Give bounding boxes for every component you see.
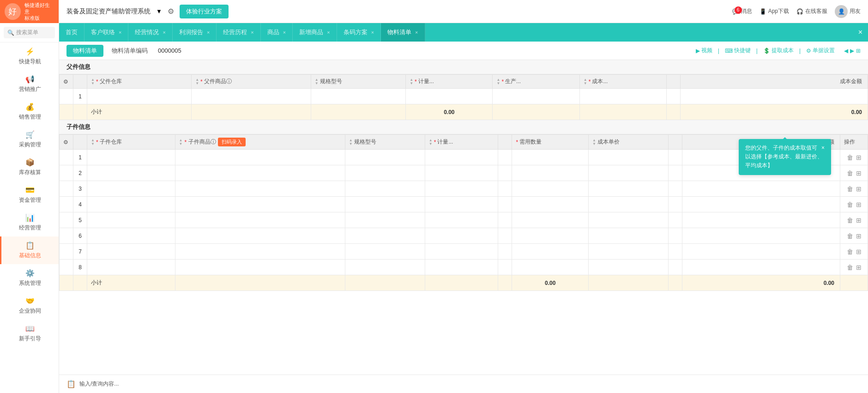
child-row-1-copy-icon[interactable]: ⊞	[856, 154, 862, 161]
child-row-7-product[interactable]	[175, 244, 345, 260]
child-row-1-unit-cost[interactable]	[589, 150, 669, 165]
parent-row-1-cost[interactable]	[579, 89, 666, 104]
child-row-2-warehouse[interactable]	[87, 165, 175, 181]
child-row-4-warehouse[interactable]	[87, 197, 175, 212]
child-row-6-unit[interactable]	[425, 228, 498, 244]
child-row-5-spec[interactable]	[345, 212, 425, 228]
child-row-6-spec[interactable]	[345, 228, 425, 244]
child-row-1-product[interactable]	[175, 150, 345, 165]
tab-close-customers[interactable]: ×	[119, 30, 121, 35]
child-row-4-qty[interactable]	[512, 197, 589, 212]
sub-tab-list[interactable]: 物料清单	[66, 45, 103, 57]
child-row-2-copy-icon[interactable]: ⊞	[856, 169, 862, 177]
child-col-setting[interactable]: ⚙	[60, 135, 73, 150]
tab-home[interactable]: 首页	[59, 23, 84, 42]
child-row-8-delete-icon[interactable]: 🗑	[847, 264, 853, 271]
child-row-6-qty[interactable]	[512, 228, 589, 244]
child-row-5-unit[interactable]	[425, 212, 498, 228]
child-row-8-unit[interactable]	[425, 260, 498, 275]
tab-products[interactable]: 商品 ×	[261, 23, 293, 42]
scan-button[interactable]: 扫码录入	[218, 138, 246, 146]
user-item[interactable]: 👤 用友	[835, 5, 861, 18]
child-row-3-unit-cost[interactable]	[589, 181, 669, 197]
child-row-4-copy-icon[interactable]: ⊞	[856, 201, 862, 208]
settings-action[interactable]: ⚙ 单据设置	[806, 47, 835, 54]
sidebar-item-collab[interactable]: 🤝 企业协同	[0, 292, 59, 320]
child-row-5-delete-icon[interactable]: 🗑	[847, 217, 853, 224]
sidebar-search[interactable]: 🔍 搜索菜单	[0, 23, 59, 42]
child-row-2-product[interactable]	[175, 165, 345, 181]
settings-icon[interactable]: ⚙	[168, 7, 174, 16]
nav-prev-icon[interactable]: ◀	[844, 48, 848, 54]
tab-profit[interactable]: 利润报告 ×	[173, 23, 217, 42]
child-row-7-warehouse[interactable]	[87, 244, 175, 260]
tab-history[interactable]: 经营历程 ×	[217, 23, 260, 42]
topbar-dropdown[interactable]: ▼	[156, 8, 162, 15]
parent-row-1-unit[interactable]	[406, 89, 493, 104]
child-row-8-product[interactable]	[175, 260, 345, 275]
sidebar-item-finance[interactable]: 💳 资金管理	[0, 181, 59, 209]
child-row-1-unit[interactable]	[425, 150, 498, 165]
grid-view-icon[interactable]: ⊞	[856, 48, 861, 54]
parent-row-1-warehouse[interactable]	[87, 89, 192, 104]
tab-new-products[interactable]: 新增商品 ×	[293, 23, 337, 42]
tab-close-history[interactable]: ×	[251, 30, 253, 35]
child-row-3-qty[interactable]	[512, 181, 589, 197]
child-row-3-spec[interactable]	[345, 181, 425, 197]
child-row-1-spec[interactable]	[345, 150, 425, 165]
child-row-1-delete-icon[interactable]: 🗑	[847, 154, 853, 161]
child-row-2-unit-cost[interactable]	[589, 165, 669, 181]
child-row-3-delete-icon[interactable]: 🗑	[847, 185, 853, 193]
sidebar-item-sales[interactable]: 💰 销售管理	[0, 98, 59, 126]
sidebar-item-marketing[interactable]: 📢 营销推广	[0, 70, 59, 98]
app-download-item[interactable]: 📱 App下载	[760, 7, 789, 15]
close-all-tabs[interactable]: ×	[853, 28, 868, 36]
experience-button[interactable]: 体验行业方案	[180, 5, 229, 18]
child-row-8-unit-cost[interactable]	[589, 260, 669, 275]
child-row-3-copy-icon[interactable]: ⊞	[856, 185, 862, 193]
child-row-7-spec[interactable]	[345, 244, 425, 260]
view-action[interactable]: ▶ 视频	[696, 47, 712, 54]
child-row-6-delete-icon[interactable]: 🗑	[847, 232, 853, 240]
child-row-2-unit[interactable]	[425, 165, 498, 181]
child-row-4-delete-icon[interactable]: 🗑	[847, 201, 853, 208]
child-row-6-copy-icon[interactable]: ⊞	[856, 232, 862, 240]
sidebar-item-guide[interactable]: 📖 新手引导	[0, 320, 59, 347]
tab-close-operations[interactable]: ×	[163, 30, 165, 35]
tab-operations-status[interactable]: 经营情况 ×	[128, 23, 172, 42]
child-row-3-unit[interactable]	[425, 181, 498, 197]
child-row-7-copy-icon[interactable]: ⊞	[856, 248, 862, 255]
tab-customers[interactable]: 客户联络 ×	[84, 23, 128, 42]
child-row-7-qty[interactable]	[512, 244, 589, 260]
child-row-5-product[interactable]	[175, 212, 345, 228]
child-row-4-unit[interactable]	[425, 197, 498, 212]
child-row-4-unit-cost[interactable]	[589, 197, 669, 212]
child-row-4-product[interactable]	[175, 197, 345, 212]
child-row-5-copy-icon[interactable]: ⊞	[856, 217, 862, 224]
parent-row-1-produce[interactable]	[493, 89, 579, 104]
parent-row-1-product[interactable]	[192, 89, 311, 104]
child-row-6-warehouse[interactable]	[87, 228, 175, 244]
tab-barcode[interactable]: 条码方案 ×	[337, 23, 381, 42]
child-row-2-delete-icon[interactable]: 🗑	[847, 169, 853, 177]
sidebar-item-system[interactable]: ⚙️ 系统管理	[0, 264, 59, 292]
sidebar-item-operations[interactable]: 📊 经营管理	[0, 209, 59, 236]
parent-row-1-spec[interactable]	[311, 89, 405, 104]
child-row-6-product[interactable]	[175, 228, 345, 244]
tab-bom[interactable]: 物料清单 ×	[381, 23, 425, 42]
child-row-6-unit-cost[interactable]	[589, 228, 669, 244]
child-row-7-unit[interactable]	[425, 244, 498, 260]
child-row-3-warehouse[interactable]	[87, 181, 175, 197]
child-row-2-qty[interactable]	[512, 165, 589, 181]
child-row-2-spec[interactable]	[345, 165, 425, 181]
sidebar-item-inventory[interactable]: 📦 库存核算	[0, 153, 59, 181]
child-row-8-spec[interactable]	[345, 260, 425, 275]
support-item[interactable]: 🎧 在线客服	[796, 7, 827, 15]
child-row-8-warehouse[interactable]	[87, 260, 175, 275]
child-row-5-warehouse[interactable]	[87, 212, 175, 228]
tooltip-close-button[interactable]: ×	[821, 144, 825, 152]
sidebar-item-purchase[interactable]: 🛒 采购管理	[0, 126, 59, 153]
child-row-7-delete-icon[interactable]: 🗑	[847, 248, 853, 255]
cost-action[interactable]: 💲 提取成本	[763, 47, 794, 54]
tab-close-products[interactable]: ×	[283, 30, 286, 35]
